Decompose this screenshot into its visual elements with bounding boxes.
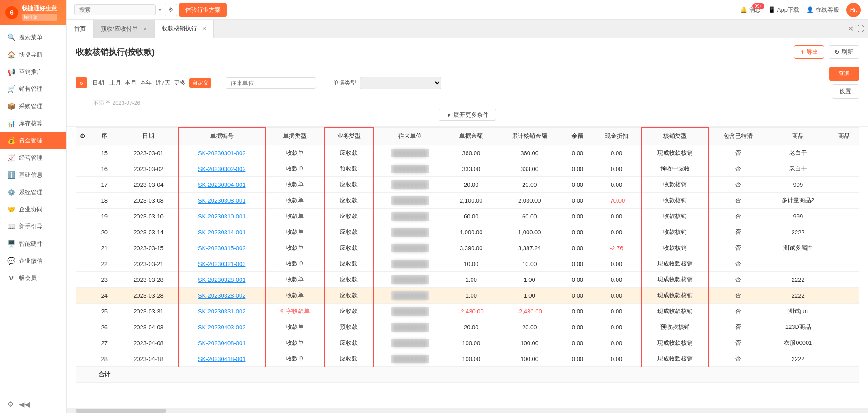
table-row[interactable]: 252023-03-31SK-20230331-002红字收款单应收款█████… xyxy=(76,304,859,319)
sidebar-item-inventory[interactable]: 📊 库存核算 xyxy=(0,115,66,132)
table-cell[interactable]: SK-20230328-002 xyxy=(178,288,265,304)
table-row[interactable]: 222023-03-21SK-20230321-003收款单应收款███████… xyxy=(76,256,859,272)
table-cell[interactable]: SK-20230308-001 xyxy=(178,193,265,209)
tab-home[interactable]: 首页 xyxy=(67,20,94,38)
solution-btn[interactable]: 体验行业方案 xyxy=(179,3,227,17)
settings-icon[interactable]: ⚙ xyxy=(7,400,14,408)
col-cancel-type[interactable]: 核销类型 xyxy=(641,127,709,145)
table-row[interactable]: 152023-03-01SK-20230301-002收款单应收款███████… xyxy=(76,145,859,161)
table-row[interactable]: 242023-03-28SK-20230328-002收款单应收款███████… xyxy=(76,288,859,304)
scroll-thumb[interactable] xyxy=(76,409,166,413)
receipt-type-select[interactable] xyxy=(360,77,441,89)
refresh-btn[interactable]: ↻ 刷新 xyxy=(829,45,859,59)
col-include-settled[interactable]: 包含已结清 xyxy=(709,127,767,145)
col-biz-type[interactable]: 业务类型 xyxy=(324,127,373,145)
col-product2[interactable]: 商品 xyxy=(829,127,859,145)
date-last-month[interactable]: 上月 xyxy=(109,79,121,87)
sidebar-item-marketing[interactable]: 📢 营销推广 xyxy=(0,63,66,81)
table-cell[interactable]: SK-20230314-001 xyxy=(178,224,265,240)
table-row[interactable]: 162023-03-02SK-20230302-002收款单预收款███████… xyxy=(76,161,859,177)
table-row[interactable]: 202023-03-14SK-20230314-001收款单应收款███████… xyxy=(76,224,859,240)
filter-expand-btn[interactable]: » xyxy=(76,77,87,88)
col-amount[interactable]: 单据金额 xyxy=(446,127,496,145)
filter-row: » 日期 上月 本月 本年 近7天 更多 自定义 ... 单据类型 xyxy=(76,67,859,99)
unit-input[interactable] xyxy=(226,77,316,89)
date-custom[interactable]: 自定义 xyxy=(189,78,211,88)
sidebar-item-sales[interactable]: 🛒 销售管理 xyxy=(0,81,66,98)
col-gear[interactable]: ⚙ xyxy=(76,127,90,145)
sidebar-item-quicknav[interactable]: 🏠 快捷导航 xyxy=(0,46,66,63)
table-row[interactable]: 272023-04-08SK-20230408-001收款单应收款███████… xyxy=(76,335,859,351)
table-cell: 否 xyxy=(709,351,767,367)
table-cell[interactable]: SK-20230408-001 xyxy=(178,335,265,351)
close-all-icon[interactable]: ✕ xyxy=(848,24,854,33)
export-btn[interactable]: ⬆ 导出 xyxy=(794,45,824,59)
table-row[interactable]: 262023-04-03SK-20230403-002收款单预收款███████… xyxy=(76,319,859,335)
sidebar-item-enterprise[interactable]: 🤝 企业协同 xyxy=(0,201,66,218)
table-cell: 1.00 xyxy=(446,272,496,288)
horizontal-scrollbar[interactable] xyxy=(67,408,868,413)
table-cell[interactable]: SK-20230304-001 xyxy=(178,177,265,193)
sidebar-item-member[interactable]: V 畅会员 xyxy=(0,270,66,287)
wechat-icon: 💬 xyxy=(7,257,15,265)
table-cell[interactable]: SK-20230301-002 xyxy=(178,145,265,161)
user-avatar[interactable]: Rit xyxy=(846,3,861,17)
query-btn[interactable]: 查询 xyxy=(829,67,859,81)
sidebar-item-guide[interactable]: 📖 新手引导 xyxy=(0,218,66,235)
table-row[interactable]: 232023-03-28SK-20230328-001收款单应收款███████… xyxy=(76,272,859,288)
date-more[interactable]: 更多 xyxy=(174,79,186,87)
collapse-icon[interactable]: ◀◀ xyxy=(19,400,30,408)
sidebar-item-purchase[interactable]: 📦 采购管理 xyxy=(0,98,66,115)
col-product1[interactable]: 商品 xyxy=(767,127,829,145)
table-cell: 应收款 xyxy=(324,209,373,224)
app-download-link[interactable]: 📱 App下载 xyxy=(768,6,799,14)
table-cell[interactable]: SK-20230315-002 xyxy=(178,240,265,256)
sidebar-item-hardware[interactable]: 🖥️ 智能硬件 xyxy=(0,235,66,252)
tab-prepay-close-icon[interactable]: × xyxy=(143,25,147,33)
table-cell: 否 xyxy=(709,161,767,177)
date-this-year[interactable]: 本年 xyxy=(140,79,152,87)
sidebar-item-search[interactable]: 🔍 搜索菜单 xyxy=(0,29,66,46)
table-cell: 28 xyxy=(90,351,119,367)
col-bill-type[interactable]: 单据类型 xyxy=(265,127,324,145)
setting-btn[interactable]: 设置 xyxy=(832,84,859,99)
expand-more-btn[interactable]: ▼ 展开更多条件 xyxy=(439,109,497,121)
col-balance[interactable]: 余额 xyxy=(563,127,593,145)
col-cash-discount[interactable]: 现金折扣 xyxy=(592,127,641,145)
table-row[interactable]: 192023-03-10SK-20230310-001收款单应收款███████… xyxy=(76,209,859,224)
tab-collection-close-icon[interactable]: × xyxy=(203,25,206,32)
topbar-gear-icon[interactable]: ⚙ xyxy=(165,4,177,16)
col-bill-no[interactable]: 单据编号 xyxy=(178,127,265,145)
online-service-link[interactable]: 👤 在线客服 xyxy=(807,6,839,14)
search-input[interactable] xyxy=(74,4,156,15)
date-this-month[interactable]: 本月 xyxy=(125,79,137,87)
sidebar-item-finance[interactable]: 💰 资金管理 xyxy=(0,132,66,149)
table-cell[interactable]: SK-20230331-002 xyxy=(178,304,265,319)
table-row[interactable]: 172023-03-04SK-20230304-001收款单应收款███████… xyxy=(76,177,859,193)
sidebar-item-system[interactable]: ⚙️ 系统管理 xyxy=(0,184,66,201)
table-cell[interactable]: SK-20230403-002 xyxy=(178,319,265,335)
table-cell[interactable]: SK-20230321-003 xyxy=(178,256,265,272)
table-cell: 19 xyxy=(90,209,119,224)
search-icon: 🔍 xyxy=(7,33,15,42)
table-cell[interactable]: SK-20230328-001 xyxy=(178,272,265,288)
table-row[interactable]: 212023-03-15SK-20230315-002收款单应收款███████… xyxy=(76,240,859,256)
table-cell: 1.00 xyxy=(496,288,563,304)
fullscreen-icon[interactable]: ⛶ xyxy=(857,25,864,33)
sidebar-item-basic[interactable]: ℹ️ 基础信息 xyxy=(0,166,66,184)
sidebar-item-wechat[interactable]: 💬 企业微信 xyxy=(0,252,66,270)
tab-prepay[interactable]: 预收/应收付单 × xyxy=(94,20,155,38)
table-cell: 25 xyxy=(90,304,119,319)
tab-collection[interactable]: 收款核销执行 × xyxy=(155,20,214,38)
table-cell[interactable]: SK-20230310-001 xyxy=(178,209,265,224)
table-row[interactable]: 182023-03-08SK-20230308-001收款单应收款███████… xyxy=(76,193,859,209)
sidebar-item-operation[interactable]: 📈 经营管理 xyxy=(0,149,66,166)
table-cell[interactable]: SK-20230418-001 xyxy=(178,351,265,367)
col-date[interactable]: 日期 xyxy=(119,127,179,145)
col-total-cancel[interactable]: 累计核销金额 xyxy=(496,127,563,145)
table-cell[interactable]: SK-20230302-002 xyxy=(178,161,265,177)
date-7days[interactable]: 近7天 xyxy=(156,79,170,87)
table-row[interactable]: 282023-04-18SK-20230418-001收款单应收款███████… xyxy=(76,351,859,367)
col-unit[interactable]: 往来单位 xyxy=(373,127,446,145)
notification-btn[interactable]: 🔔 消息 99+ xyxy=(740,6,761,14)
